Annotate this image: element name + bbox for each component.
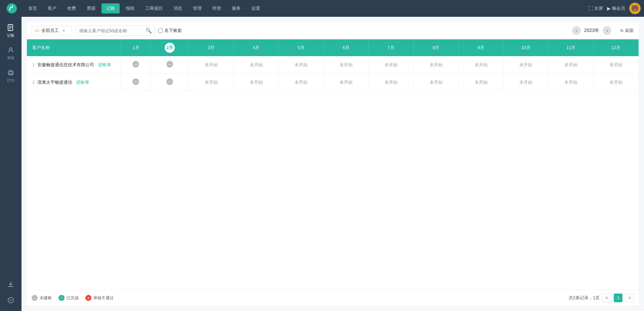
nav-invoice[interactable]: 票据	[82, 3, 100, 13]
sidebar-item-download[interactable]	[1, 277, 20, 291]
not-started-0-7: 未开始	[430, 62, 443, 67]
legend-rejected: 审核不通过	[85, 295, 114, 301]
record-info: 共2条记录，1页	[569, 295, 600, 301]
svg-point-12	[9, 300, 10, 301]
client-name-1: 漠澳太平畅捷通信	[37, 80, 72, 85]
nav-service[interactable]: 服务	[227, 3, 245, 13]
nav-manage[interactable]: 管理	[188, 3, 206, 13]
legend-not-created-label: 未建账	[40, 295, 52, 301]
legend-teal-dot	[58, 295, 65, 301]
not-started-1-10: 未开始	[564, 80, 577, 85]
sidebar-bottom	[1, 277, 20, 311]
month-header-4: 4月	[234, 39, 279, 56]
prev-page-button[interactable]: <	[602, 294, 611, 302]
nav-tax[interactable]: 报税	[121, 3, 139, 13]
not-started-1-5: 未开始	[339, 80, 353, 85]
search-button[interactable]: 🔍	[143, 26, 155, 35]
svg-point-9	[12, 72, 13, 73]
month-header-2: 2月	[151, 39, 189, 56]
month-header-3: 3月	[189, 39, 234, 56]
enter-book-link-0[interactable]: 进账簿	[98, 62, 111, 67]
legend-completed-label: 已完成	[67, 295, 79, 301]
month-header-12: 12月	[594, 39, 639, 56]
nav-settings[interactable]: 设置	[247, 3, 265, 13]
not-started-1-9: 未开始	[519, 80, 532, 85]
member-button[interactable]: ▶ 畅会员	[607, 5, 625, 11]
main-layout: 记账 审核 打印	[0, 17, 644, 311]
member-icon: ▶	[607, 6, 611, 11]
refresh-label: 刷新	[625, 28, 634, 34]
status-dot-0-1	[166, 61, 173, 68]
fullscreen-icon: ⛶	[588, 6, 593, 11]
year-display: 2023年	[584, 28, 599, 34]
client-cell-1: 2 漠澳太平畅捷通信 进账簿	[27, 74, 121, 91]
legend-not-created: 未建账	[32, 295, 52, 301]
refresh-button[interactable]: ↻ 刷新	[620, 28, 634, 34]
nav-client[interactable]: 客户	[43, 3, 61, 13]
client-num-1: 2	[32, 80, 35, 85]
subordinate-label: 名下账套	[164, 28, 182, 34]
month-cell-1-5: 未开始	[324, 74, 369, 91]
nav-fee[interactable]: 收费	[63, 3, 81, 13]
month-header-6: 6月	[324, 39, 369, 56]
status-dot-1-0	[132, 78, 139, 85]
not-started-1-7: 未开始	[430, 80, 443, 85]
user-avatar[interactable]: 🐻	[629, 3, 641, 14]
nav-message[interactable]: 消息	[169, 3, 187, 13]
nav-items: 首页 客户 收费 票据 记账 报税 工商项目 消息 管理 经营 服务 设置	[24, 3, 588, 13]
employee-select[interactable]: 🏷 全部员工 ▼	[32, 26, 72, 35]
fullscreen-button[interactable]: ⛶ 全屏	[588, 5, 603, 11]
not-started-1-11: 未开始	[609, 80, 622, 85]
fullscreen-label: 全屏	[594, 5, 603, 11]
print-icon	[7, 69, 15, 77]
nav-bookkeeping[interactable]: 记账	[102, 3, 120, 13]
sidebar-item-chat[interactable]	[1, 293, 20, 308]
not-started-0-2: 未开始	[205, 62, 218, 67]
search-box: 🔍	[75, 26, 155, 36]
enter-book-link-1[interactable]: 进账簿	[76, 80, 89, 85]
month-cell-0-6: 未开始	[369, 56, 414, 74]
sidebar-item-audit[interactable]: 审核	[1, 43, 20, 64]
nav-home[interactable]: 首页	[24, 3, 42, 13]
download-icon	[7, 280, 15, 288]
employee-icon: 🏷	[35, 28, 39, 33]
svg-point-1	[9, 9, 10, 10]
chat-icon	[7, 296, 15, 304]
month-cell-1-10: 未开始	[549, 74, 594, 91]
next-year-button[interactable]: ›	[603, 26, 611, 35]
client-cell-0: 1 安徽畅捷通信息技术有限公司 进账簿	[27, 56, 121, 74]
status-dot-1-1	[166, 78, 173, 85]
month-cell-1-2: 未开始	[189, 74, 234, 91]
subordinate-checkbox-label[interactable]: 名下账套	[158, 28, 182, 34]
not-started-0-5: 未开始	[339, 62, 353, 67]
svg-point-13	[10, 300, 11, 301]
nav-operations[interactable]: 经营	[208, 3, 226, 13]
month-cell-1-8: 未开始	[458, 74, 504, 91]
legend-red-dot	[85, 295, 91, 301]
status-dot-0-0	[132, 61, 139, 68]
sidebar-item-bookkeeping[interactable]: 记账	[1, 20, 20, 41]
pagination: 共2条记录，1页 < 1 >	[569, 294, 634, 302]
client-name-0: 安徽畅捷通信息技术有限公司	[37, 62, 94, 67]
nav-business[interactable]: 工商项目	[140, 3, 167, 13]
subordinate-checkbox[interactable]	[158, 29, 163, 33]
member-label: 畅会员	[612, 5, 625, 11]
prev-year-button[interactable]: ‹	[572, 26, 581, 35]
logo-icon	[6, 3, 17, 14]
svg-point-0	[7, 3, 17, 13]
footer: 未建账 已完成 审核不通过 共2条记录，1页 < 1 >	[27, 290, 639, 306]
month-header-8: 8月	[413, 39, 458, 56]
sidebar: 记账 审核 打印	[0, 17, 22, 311]
next-page-button[interactable]: >	[625, 294, 634, 302]
month-cell-0-8: 未开始	[458, 56, 504, 74]
not-started-1-4: 未开始	[294, 80, 308, 85]
month-cell-1-7: 未开始	[413, 74, 458, 91]
search-input[interactable]	[76, 27, 143, 35]
audit-icon	[7, 46, 15, 54]
current-month-badge: 2月	[165, 43, 175, 53]
legend-rejected-label: 审核不通过	[93, 295, 114, 301]
sidebar-item-print[interactable]: 打印	[1, 65, 20, 86]
month-cell-1-4: 未开始	[279, 74, 324, 91]
top-navigation: 首页 客户 收费 票据 记账 报税 工商项目 消息 管理 经营 服务 设置 ⛶ …	[0, 0, 644, 17]
month-cell-1-1	[151, 74, 189, 91]
